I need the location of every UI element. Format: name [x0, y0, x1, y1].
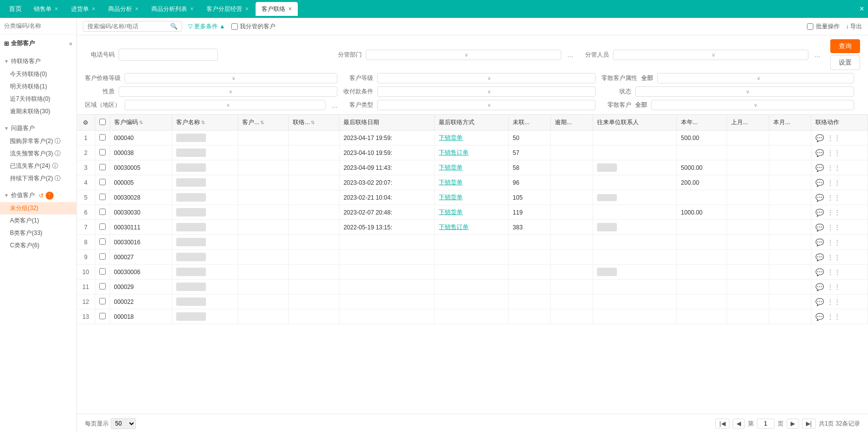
nav-home[interactable]: 首页 — [4, 4, 27, 13]
close-icon[interactable]: × — [92, 5, 95, 12]
prev-page-button[interactable]: ◀ — [733, 419, 745, 429]
row-checkbox[interactable] — [99, 179, 106, 185]
cell-last-contact-method[interactable]: 下销售订单 — [435, 145, 509, 160]
page-size-select[interactable]: 50 100 200 — [111, 418, 136, 429]
sidebar-item-churned[interactable]: 已流失客户(24) ⓘ — [0, 160, 76, 172]
filter-select-region[interactable]: ∨ — [125, 100, 326, 110]
cell-name[interactable]: 某某某某 — [172, 235, 238, 250]
settings-col-header[interactable]: ⚙ — [77, 115, 95, 131]
page-number-input[interactable] — [757, 419, 775, 429]
contact-icon[interactable]: 💬 — [815, 194, 824, 202]
filter-select-retail-attr[interactable]: ∨ — [657, 73, 854, 83]
row-checkbox[interactable] — [99, 223, 106, 230]
batch-check[interactable] — [807, 23, 813, 30]
cell-last-contact-method[interactable]: 下销货单 — [435, 175, 509, 190]
nav-tab-sales[interactable]: 销售单 × — [28, 2, 64, 16]
sidebar-group-title-value[interactable]: ▼ 价值客户 ↺ ! — [0, 189, 76, 202]
sidebar-item-hoard[interactable]: 囤购异常客户(2) ⓘ — [0, 135, 76, 147]
cell-last-contact-method[interactable]: 下销货单 — [435, 205, 509, 220]
filter-dots-dept[interactable]: ... — [567, 51, 573, 59]
sidebar-item-churn-warning[interactable]: 流失预警客户(3) ⓘ — [0, 147, 76, 160]
nav-tab-purchase[interactable]: 进货单 × — [65, 2, 101, 16]
cell-checkbox[interactable] — [95, 309, 110, 324]
cell-checkbox[interactable] — [95, 220, 110, 235]
row-checkbox[interactable] — [99, 313, 106, 319]
nav-tab-customer-segmentation[interactable]: 客户分层经营 × — [200, 2, 255, 16]
cell-last-contact-method[interactable] — [435, 294, 509, 309]
cell-checkbox[interactable] — [95, 160, 110, 175]
sidebar-group-title-problem[interactable]: ▼ 问题客户 — [0, 122, 76, 135]
filter-select-gender[interactable]: ∨ — [119, 86, 337, 97]
more-icon[interactable]: ⋮⋮ — [827, 313, 841, 321]
row-checkbox[interactable] — [99, 149, 106, 155]
row-checkbox[interactable] — [99, 134, 106, 141]
contact-icon[interactable]: 💬 — [815, 238, 824, 246]
filter-select-payment[interactable]: ∨ — [377, 86, 596, 97]
close-icon[interactable]: × — [245, 5, 249, 12]
contact-icon[interactable]: 💬 — [815, 149, 824, 157]
contact-icon[interactable]: 💬 — [815, 223, 824, 231]
more-icon[interactable]: ⋮⋮ — [827, 223, 841, 231]
more-icon[interactable]: ⋮⋮ — [827, 194, 841, 202]
contact-icon[interactable]: 💬 — [815, 283, 824, 291]
close-icon[interactable]: × — [190, 5, 194, 12]
more-icon[interactable]: ⋮⋮ — [827, 253, 841, 261]
cell-last-contact-method[interactable] — [435, 250, 509, 265]
more-icon[interactable]: ⋮⋮ — [827, 134, 841, 142]
row-checkbox[interactable] — [99, 253, 106, 260]
cell-last-contact-method[interactable] — [435, 235, 509, 250]
sidebar-group-title-pending[interactable]: ▼ 待联络客户 — [0, 55, 76, 68]
cell-checkbox[interactable] — [95, 190, 110, 205]
sidebar-item-tomorrow[interactable]: 明天待联络(1) — [0, 80, 76, 93]
cell-checkbox[interactable] — [95, 205, 110, 220]
contact-icon[interactable]: 💬 — [815, 164, 824, 172]
cell-name[interactable]: 边 — [172, 220, 238, 235]
settings-icon[interactable]: ⚙ — [83, 119, 88, 126]
close-icon[interactable]: × — [55, 5, 58, 12]
sidebar-item-today[interactable]: 今天待联络(0) — [0, 68, 76, 80]
cell-last-contact-method[interactable] — [435, 309, 509, 324]
nav-tab-customer-contact[interactable]: 客户联络 × — [256, 2, 298, 16]
contact-method-link[interactable]: 下销售订单 — [439, 149, 468, 156]
filter-select-customer-level[interactable]: ∨ — [377, 73, 596, 83]
sidebar-item-ungroup[interactable]: 未分组(32) — [0, 202, 76, 215]
more-icon[interactable]: ⋮⋮ — [827, 238, 841, 246]
cell-name[interactable]: 某某某某 — [172, 175, 238, 190]
next-page-button[interactable]: ▶ — [787, 419, 799, 429]
first-page-button[interactable]: |◀ — [715, 419, 729, 429]
cell-checkbox[interactable] — [95, 145, 110, 160]
last-page-button[interactable]: ▶| — [802, 419, 816, 429]
more-icon[interactable]: ⋮⋮ — [827, 283, 841, 291]
cell-name[interactable]: 某某某某 — [172, 265, 238, 280]
cell-checkbox[interactable] — [95, 294, 110, 309]
sidebar-item-class-a[interactable]: A类客户(1) — [0, 215, 76, 227]
row-checkbox[interactable] — [99, 238, 106, 245]
row-checkbox[interactable] — [99, 164, 106, 170]
contact-icon[interactable]: 💬 — [815, 253, 824, 261]
filter-dots-manager[interactable]: ... — [814, 51, 820, 59]
cell-name[interactable]: 某某某某 — [172, 190, 238, 205]
more-icon[interactable]: ⋮⋮ — [827, 179, 841, 187]
cell-name[interactable]: 扑 — [172, 280, 238, 294]
export-button[interactable]: ↓ 导出 — [846, 22, 862, 31]
filter-select-retail-customer[interactable]: ∨ — [651, 100, 854, 110]
cell-name[interactable]: 请 — [172, 145, 238, 160]
cell-checkbox[interactable] — [95, 235, 110, 250]
batch-operation-button[interactable]: 批量操作 — [807, 22, 840, 31]
more-icon[interactable]: ⋮⋮ — [827, 209, 841, 216]
cell-name[interactable]: 公 — [172, 250, 238, 265]
search-input[interactable] — [87, 23, 167, 30]
cell-name[interactable]: 淡 — [172, 294, 238, 309]
my-customers-check[interactable] — [231, 23, 238, 30]
filter-select-price-level[interactable]: ∨ — [125, 73, 337, 83]
contact-method-link[interactable]: 下销货单 — [439, 194, 463, 201]
row-checkbox[interactable] — [99, 298, 106, 304]
cell-checkbox[interactable] — [95, 265, 110, 280]
row-checkbox[interactable] — [99, 194, 106, 200]
cell-checkbox[interactable] — [95, 131, 110, 145]
contact-icon[interactable]: 💬 — [815, 179, 824, 187]
window-close-icon[interactable]: × — [860, 4, 864, 13]
cell-name[interactable]: 某件 — [172, 131, 238, 145]
cell-checkbox[interactable] — [95, 175, 110, 190]
search-icon[interactable]: 🔍 — [170, 23, 178, 30]
